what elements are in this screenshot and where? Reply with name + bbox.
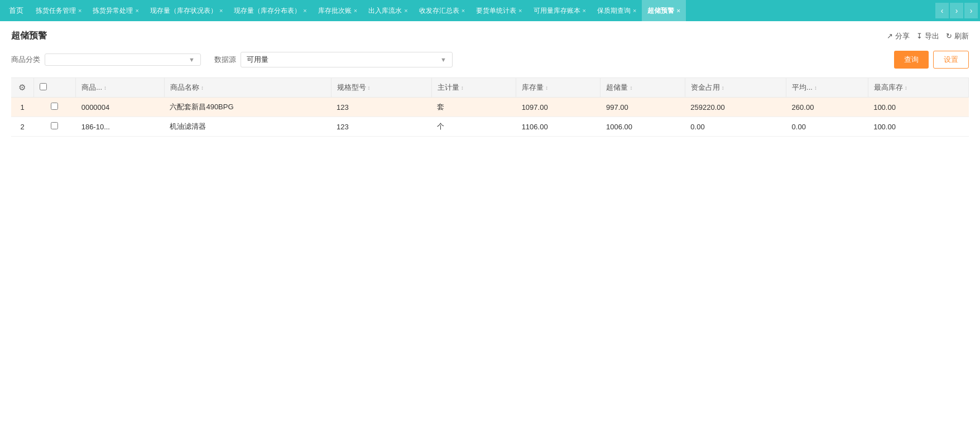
nav-tab-close-2[interactable]: × <box>219 7 223 14</box>
cell-product-name: 机油滤清器 <box>164 117 331 137</box>
nav-tab-5[interactable]: 出入库流水 × <box>363 0 413 21</box>
table-row: 1 0000004 六配套新昌490BPG 123 套 1097.00 997.… <box>11 98 969 117</box>
th-max-stock[interactable]: 最高库存 ↕ <box>868 78 968 98</box>
nav-tab-7[interactable]: 要货单统计表 × <box>470 0 527 21</box>
datasource-filter: 数据源 可用量 ▼ <box>214 52 453 67</box>
sort-icon-capital: ↕ <box>722 85 724 91</box>
nav-home[interactable]: 首页 <box>2 6 30 16</box>
nav-tab-close-7[interactable]: × <box>518 7 522 14</box>
th-product-name[interactable]: 商品名称 ↕ <box>164 78 331 98</box>
datasource-value: 可用量 <box>247 55 268 65</box>
nav-next-button[interactable]: › <box>950 3 963 18</box>
nav-tab-3[interactable]: 现存量（库存分布表） × <box>228 0 312 21</box>
nav-tab-2[interactable]: 现存量（库存状况表） × <box>145 0 228 21</box>
row-checkbox[interactable] <box>51 103 58 110</box>
sort-icon-unit: ↕ <box>461 85 464 91</box>
nav-tab-close-4[interactable]: × <box>354 7 357 14</box>
nav-tab-close-8[interactable]: × <box>583 7 586 14</box>
cell-capital: 259220.00 <box>685 98 786 117</box>
nav-tab-label-10: 超储预警 <box>647 6 674 16</box>
nav-tab-close-10[interactable]: × <box>676 7 680 14</box>
export-icon: ↧ <box>916 32 923 40</box>
th-spec[interactable]: 规格型号 ↕ <box>331 78 431 98</box>
cell-unit: 套 <box>431 98 516 117</box>
category-select[interactable]: ▼ <box>45 54 201 66</box>
share-button[interactable]: ↗ 分享 <box>887 31 910 41</box>
nav-more-button[interactable]: › <box>964 3 978 18</box>
row-index: 1 <box>11 98 33 117</box>
th-max-stock-label: 最高库存 <box>874 83 903 93</box>
cell-stock: 1097.00 <box>516 98 601 117</box>
th-settings[interactable]: ⚙ <box>11 78 33 98</box>
cell-spec: 123 <box>331 117 431 137</box>
nav-tab-close-9[interactable]: × <box>633 7 636 14</box>
nav-arrows: ‹ › › <box>935 3 978 18</box>
nav-tab-0[interactable]: 拣货任务管理 × <box>30 0 87 21</box>
row-checkbox-cell[interactable] <box>33 98 76 117</box>
sort-icon-product-code: ↕ <box>104 85 107 91</box>
cell-max-stock: 100.00 <box>868 98 968 117</box>
nav-tab-close-6[interactable]: × <box>462 7 465 14</box>
nav-tab-close-3[interactable]: × <box>303 7 306 14</box>
nav-tab-8[interactable]: 可用量库存账本 × <box>528 0 592 21</box>
nav-tab-4[interactable]: 库存批次账 × <box>313 0 363 21</box>
datasource-select[interactable]: 可用量 ▼ <box>241 52 453 67</box>
sort-icon-overstock: ↕ <box>630 85 632 91</box>
cell-overstock: 1006.00 <box>601 117 685 137</box>
th-product-code-label: 商品... <box>81 83 102 93</box>
nav-tab-label-6: 收发存汇总表 <box>419 6 459 16</box>
th-avg[interactable]: 平均... ↕ <box>786 78 868 98</box>
nav-tab-label-3: 现存量（库存分布表） <box>234 6 301 16</box>
th-stock-label: 库存量 <box>522 83 544 93</box>
th-overstock[interactable]: 超储量 ↕ <box>601 78 685 98</box>
nav-tab-close-1[interactable]: × <box>135 7 138 14</box>
refresh-button[interactable]: ↻ 刷新 <box>946 31 969 41</box>
row-checkbox-cell[interactable] <box>33 117 76 137</box>
th-stock[interactable]: 库存量 ↕ <box>516 78 601 98</box>
gear-icon[interactable]: ⚙ <box>18 83 26 92</box>
nav-tab-9[interactable]: 保质期查询 × <box>592 0 642 21</box>
sort-icon-max-stock: ↕ <box>905 85 907 91</box>
chevron-down-icon-2: ▼ <box>440 56 446 63</box>
refresh-label: 刷新 <box>954 31 969 41</box>
cell-product-code: 0000004 <box>76 98 165 117</box>
th-product-code[interactable]: 商品... ↕ <box>76 78 165 98</box>
nav-tab-label-2: 现存量（库存状况表） <box>150 6 217 16</box>
sort-icon-product-name: ↕ <box>201 85 204 91</box>
nav-prev-button[interactable]: ‹ <box>935 3 949 18</box>
header-actions: ↗ 分享 ↧ 导出 ↻ 刷新 <box>887 31 969 41</box>
nav-tab-1[interactable]: 拣货异常处理 × <box>87 0 144 21</box>
th-product-name-label: 商品名称 <box>170 83 199 93</box>
cell-max-stock: 100.00 <box>868 117 968 137</box>
th-avg-label: 平均... <box>792 83 813 93</box>
cell-capital: 0.00 <box>685 117 786 137</box>
row-index: 2 <box>11 117 33 137</box>
th-unit[interactable]: 主计量 ↕ <box>431 78 516 98</box>
nav-tab-close-0[interactable]: × <box>78 7 81 14</box>
settings-button[interactable]: 设置 <box>933 51 969 69</box>
chevron-down-icon: ▼ <box>189 56 195 63</box>
th-capital[interactable]: 资金占用 ↕ <box>685 78 786 98</box>
cell-product-code: 186-10... <box>76 117 165 137</box>
action-buttons: 查询 设置 <box>894 51 969 69</box>
query-button[interactable]: 查询 <box>894 51 929 69</box>
cell-overstock: 997.00 <box>601 98 685 117</box>
page-title: 超储预警 <box>11 30 47 42</box>
category-filter: 商品分类 ▼ <box>11 54 201 66</box>
share-icon: ↗ <box>887 32 893 40</box>
cell-avg: 260.00 <box>786 98 868 117</box>
cell-avg: 0.00 <box>786 117 868 137</box>
nav-tab-label-7: 要货单统计表 <box>476 6 516 16</box>
nav-tab-6[interactable]: 收发存汇总表 × <box>414 0 470 21</box>
select-all-checkbox[interactable] <box>40 83 47 90</box>
th-unit-label: 主计量 <box>438 83 459 93</box>
nav-tab-close-5[interactable]: × <box>404 7 407 14</box>
nav-tab-label-9: 保质期查询 <box>597 6 631 16</box>
sort-icon-spec: ↕ <box>368 85 371 91</box>
nav-tab-10[interactable]: 超储预警 × <box>642 0 685 21</box>
table-header-row: ⚙ 商品... ↕ 商品名称 ↕ <box>11 78 969 98</box>
export-button[interactable]: ↧ 导出 <box>916 31 939 41</box>
row-checkbox[interactable] <box>51 122 58 129</box>
refresh-icon: ↻ <box>946 32 952 40</box>
export-label: 导出 <box>925 31 939 41</box>
